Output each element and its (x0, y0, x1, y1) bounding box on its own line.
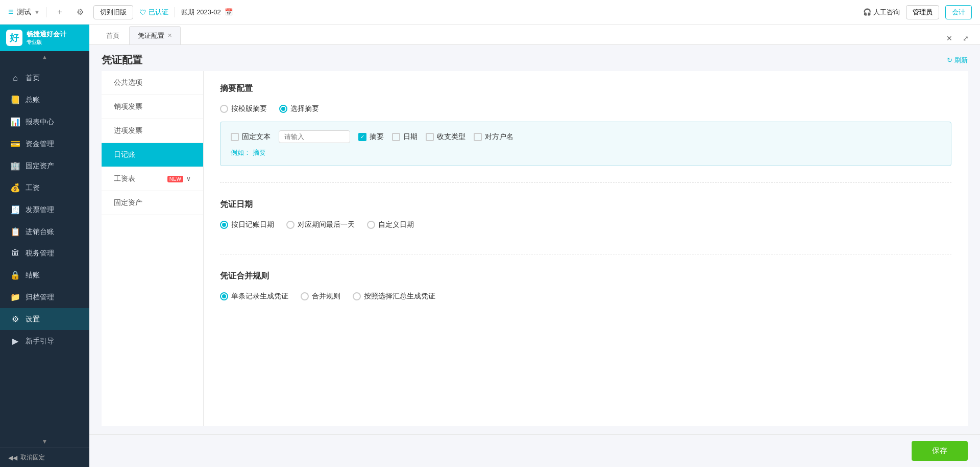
tab-voucher-config[interactable]: 凭证配置 ✕ (129, 26, 181, 44)
project-name: 测试 (17, 8, 31, 17)
sidebar-item-label: 结账 (26, 271, 40, 280)
switch-old-button[interactable]: 切到旧版 (93, 5, 133, 19)
add-button[interactable]: ＋ (53, 5, 67, 19)
radio-merge-circle (301, 292, 309, 300)
summary-section: 摘要配置 按模版摘要 选择摘要 (220, 83, 951, 183)
cancel-fixed-button[interactable]: ◀◀ 取消固定 (0, 448, 89, 467)
radio-period-circle (286, 221, 295, 229)
config-layout: 公共选项 销项发票 进项发票 日记账 工资表 NEW (89, 71, 980, 434)
home-icon: ⌂ (10, 74, 20, 83)
tab-home[interactable]: 首页 (97, 26, 128, 44)
topbar-divider-2 (175, 7, 175, 17)
config-nav-sales-invoice[interactable]: 销项发票 (102, 95, 203, 119)
accountant-button[interactable]: 会计 (945, 5, 972, 19)
fixed-text-input[interactable] (279, 130, 350, 143)
scroll-up-button[interactable]: ▲ (0, 51, 89, 63)
close-tab-button[interactable]: ✕ (943, 32, 955, 44)
sidebar-item-sales[interactable]: 📋 进销台账 (0, 221, 89, 243)
checkbox-summary[interactable]: 摘要 (358, 132, 384, 142)
config-nav-purchase-invoice[interactable]: 进项发票 (102, 119, 203, 143)
sidebar-item-home[interactable]: ⌂ 首页 (0, 67, 89, 89)
headphone-icon: 🎧 (863, 8, 871, 16)
project-selector[interactable]: ≡ 测试 ▼ (8, 7, 40, 17)
tab-close-icon[interactable]: ✕ (167, 32, 172, 39)
radio-summary-merge[interactable]: 按照选择汇总生成凭证 (353, 292, 435, 301)
date-checkbox (392, 133, 400, 141)
sidebar-item-closing[interactable]: 🔒 结账 (0, 264, 89, 286)
project-dropdown-icon[interactable]: ▼ (34, 9, 40, 16)
sidebar-item-label: 进销台账 (26, 227, 54, 237)
save-button[interactable]: 保存 (912, 441, 968, 461)
radio-period-last[interactable]: 对应期间最后一天 (286, 220, 355, 229)
summary-radio-group: 按模版摘要 选择摘要 (220, 104, 951, 113)
tab-actions: ✕ ⤢ (943, 32, 972, 44)
summary-checkbox (358, 133, 366, 141)
logo-subtitle: 专业版 (27, 39, 66, 46)
sidebar-item-label: 资金管理 (26, 139, 54, 149)
config-nav-payroll[interactable]: 工资表 NEW ∨ (102, 167, 203, 191)
consult-button[interactable]: 🎧 人工咨询 (863, 8, 900, 17)
capital-icon: 💳 (10, 139, 20, 149)
radio-custom-circle (367, 221, 375, 229)
checkbox-counterpart[interactable]: 对方户名 (474, 132, 513, 142)
topbar: ≡ 测试 ▼ ＋ ⚙ 切到旧版 🛡 已认证 账期 2023-02 📅 🎧 人工咨… (0, 0, 980, 25)
sidebar-item-salary[interactable]: 💰 工资 (0, 177, 89, 199)
logo-title: 畅捷通好会计 (27, 30, 66, 39)
ledger-icon: 📒 (10, 95, 20, 105)
counterpart-checkbox (474, 133, 482, 141)
sidebar-item-label: 发票管理 (26, 205, 54, 215)
main-layout: 好 畅捷通好会计 专业版 ▲ ⌂ 首页 📒 总账 📊 报表中心 💳 资金管理 (0, 25, 980, 467)
settings-nav-icon: ⚙ (10, 314, 20, 324)
refresh-button[interactable]: ↻ 刷新 (947, 56, 968, 65)
pin-icon: ◀◀ (8, 454, 17, 461)
period-label: 账期 (181, 8, 194, 16)
radio-template-circle (220, 105, 228, 113)
sidebar-item-label: 工资 (26, 183, 40, 193)
radio-select-summary[interactable]: 选择摘要 (279, 104, 319, 113)
sidebar-item-guide[interactable]: ▶ 新手引导 (0, 330, 89, 352)
checkbox-fixed-text[interactable]: 固定文本 (231, 132, 271, 142)
invoice-icon: 🧾 (10, 205, 20, 215)
checkbox-date[interactable]: 日期 (392, 132, 418, 142)
period-value: 2023-02 (197, 8, 221, 16)
summary-config-box: 固定文本 摘要 日期 (220, 122, 951, 166)
sidebar-item-report[interactable]: 📊 报表中心 (0, 111, 89, 133)
radio-journal-date[interactable]: 按日记账日期 (220, 220, 274, 229)
expand-tab-button[interactable]: ⤢ (960, 32, 972, 44)
page-title: 凭证配置 (102, 53, 142, 67)
radio-merge-rule[interactable]: 合并规则 (301, 292, 340, 301)
checkbox-pay-type[interactable]: 收支类型 (426, 132, 465, 142)
admin-button[interactable]: 管理员 (906, 5, 939, 19)
sidebar-item-tax[interactable]: 🏛 税务管理 (0, 243, 89, 264)
radio-single-record[interactable]: 单条记录生成凭证 (220, 292, 288, 301)
archive-icon: 📁 (10, 292, 20, 302)
logo-icon: 好 (6, 30, 22, 46)
scroll-down-button[interactable]: ▼ (0, 435, 89, 448)
sidebar-logo: 好 畅捷通好会计 专业版 (0, 25, 89, 51)
fixed-text-checkbox (231, 133, 239, 141)
sidebar-item-capital[interactable]: 💳 资金管理 (0, 133, 89, 155)
sales-icon: 📋 (10, 227, 20, 237)
config-nav-fixed-asset[interactable]: 固定资产 (102, 191, 203, 215)
config-nav-public[interactable]: 公共选项 (102, 71, 203, 95)
topbar-divider-1 (46, 7, 46, 17)
closing-icon: 🔒 (10, 270, 20, 280)
radio-custom-date[interactable]: 自定义日期 (367, 220, 414, 229)
tab-voucher-config-label: 凭证配置 (138, 31, 164, 40)
date-radio-group: 按日记账日期 对应期间最后一天 自定义日期 (220, 220, 951, 229)
save-area: 保存 (89, 434, 980, 467)
sidebar-item-settings[interactable]: ⚙ 设置 (0, 308, 89, 330)
sidebar-item-asset[interactable]: 🏢 固定资产 (0, 155, 89, 177)
sidebar-item-archive[interactable]: 📁 归档管理 (0, 286, 89, 308)
config-nav-journal[interactable]: 日记账 (102, 143, 203, 167)
summary-options-row: 固定文本 摘要 日期 (231, 130, 941, 143)
calendar-icon[interactable]: 📅 (225, 8, 233, 16)
date-section: 凭证日期 按日记账日期 对应期间最后一天 (220, 199, 951, 254)
sidebar-item-invoice[interactable]: 🧾 发票管理 (0, 199, 89, 221)
settings-icon[interactable]: ⚙ (73, 5, 87, 19)
salary-icon: 💰 (10, 183, 20, 193)
sidebar-item-ledger[interactable]: 📒 总账 (0, 89, 89, 111)
sidebar-item-label: 首页 (26, 74, 40, 83)
radio-template-summary[interactable]: 按模版摘要 (220, 104, 267, 113)
expand-icon: ∨ (186, 175, 191, 182)
